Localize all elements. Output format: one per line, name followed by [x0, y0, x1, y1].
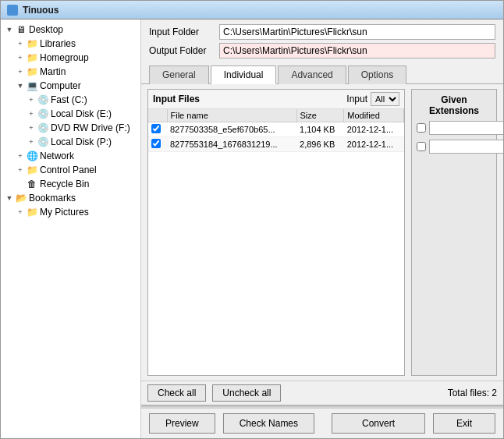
- bottom-toolbar: Preview Check Names Convert Exit: [141, 408, 503, 438]
- bookmarks-icon: 📂: [15, 192, 27, 204]
- sidebar-item-computer[interactable]: ▼ 💻 Computer: [1, 79, 140, 93]
- sidebar-label-recycle-bin: Recycle Bin: [40, 179, 89, 189]
- title-label: Tinuous: [23, 5, 59, 16]
- sidebar-item-bookmarks[interactable]: ▼ 📂 Bookmarks: [1, 191, 140, 205]
- file-table-scroll: File name Size Modified 8277503358_e5ef6…: [148, 109, 404, 375]
- expand-my-pictures[interactable]: +: [15, 207, 26, 218]
- desktop-icon: 🖥: [15, 23, 27, 36]
- control-panel-icon: 📁: [26, 164, 38, 176]
- check-all-button[interactable]: Check all: [147, 384, 206, 402]
- expand-recycle-bin[interactable]: [15, 179, 26, 189]
- file-table-header: File name Size Modified: [148, 109, 404, 122]
- sidebar-item-local-disk-p[interactable]: + 💿 Local Disk (P:): [1, 135, 140, 149]
- sidebar-label-libraries: Libraries: [40, 38, 76, 49]
- col-modified: Modified: [344, 109, 404, 122]
- tab-options[interactable]: Options: [348, 65, 406, 84]
- col-filename: File name: [167, 109, 296, 122]
- expand-network[interactable]: +: [15, 150, 26, 161]
- sidebar-item-dvd-rw-f[interactable]: + 💿 DVD RW Drive (F:): [1, 121, 140, 135]
- sidebar-label-dvd-rw-f: DVD RW Drive (F:): [51, 122, 130, 133]
- expand-local-disk-e[interactable]: +: [26, 108, 37, 119]
- drive-dvd-f-icon: 💿: [37, 122, 49, 134]
- ext-checkbox-1[interactable]: [417, 123, 426, 133]
- file-checkbox-1[interactable]: [151, 139, 161, 148]
- output-folder-row: Output Folder: [149, 43, 495, 58]
- sidebar-item-control-panel[interactable]: + 📁 Control Panel: [1, 163, 140, 177]
- file-table: File name Size Modified 8277503358_e5ef6…: [148, 109, 404, 152]
- input-filter-select[interactable]: All: [371, 92, 399, 106]
- sidebar-label-fast-c: Fast (C:): [51, 94, 87, 105]
- tabs-bar: General Individual Advanced Options: [141, 65, 503, 84]
- file-row-name-1: 8277553184_1676831219...: [167, 137, 296, 152]
- convert-button[interactable]: Convert: [332, 413, 425, 434]
- input-filter-label: Input: [346, 94, 367, 104]
- sidebar-label-desktop: Desktop: [29, 24, 63, 35]
- file-row-modified-0: 2012-12-1...: [344, 122, 404, 137]
- expand-desktop[interactable]: ▼: [4, 24, 15, 35]
- sidebar-label-local-disk-e: Local Disk (E:): [51, 108, 112, 119]
- expand-control-panel[interactable]: +: [15, 165, 26, 175]
- preview-button[interactable]: Preview: [149, 413, 215, 434]
- file-row-size-1: 2,896 KB: [296, 137, 344, 152]
- sidebar-item-my-pictures[interactable]: + 📁 My Pictures: [1, 205, 140, 219]
- table-row: 8277553184_1676831219... 2,896 KB 2012-1…: [148, 137, 404, 152]
- sidebar-item-homegroup[interactable]: + 📁 Homegroup: [1, 51, 140, 65]
- input-all-container: Input All: [346, 92, 399, 106]
- drive-local-p-icon: 💿: [37, 136, 49, 148]
- sidebar-item-network[interactable]: + 🌐 Network: [1, 149, 140, 163]
- ext-input-2[interactable]: [429, 140, 503, 154]
- file-list-header-bar: Input Files Input All: [148, 90, 404, 109]
- my-pictures-icon: 📁: [26, 206, 38, 218]
- sidebar: ▼ 🖥 Desktop + 📁 Libraries + 📁 Homegroup …: [1, 19, 141, 438]
- input-files-label: Input Files: [153, 94, 200, 104]
- sidebar-label-local-disk-p: Local Disk (P:): [51, 136, 112, 147]
- computer-icon: 💻: [26, 80, 38, 92]
- tab-general[interactable]: General: [149, 65, 209, 84]
- folder-inputs: Input Folder Output Folder: [141, 19, 503, 65]
- sidebar-item-local-disk-e[interactable]: + 💿 Local Disk (E:): [1, 107, 140, 121]
- expand-computer[interactable]: ▼: [15, 80, 26, 91]
- tab-advanced[interactable]: Advanced: [278, 65, 346, 84]
- expand-homegroup[interactable]: +: [15, 52, 26, 63]
- file-checkbox-0[interactable]: [151, 124, 161, 133]
- ext-input-1[interactable]: [429, 121, 503, 135]
- expand-martin[interactable]: +: [15, 66, 26, 77]
- expand-fast-c[interactable]: +: [26, 94, 37, 105]
- sidebar-item-fast-c[interactable]: + 💿 Fast (C:): [1, 93, 140, 107]
- ext-row-2: [417, 140, 492, 154]
- title-bar: Tinuous: [1, 1, 503, 19]
- output-folder-path[interactable]: [219, 43, 495, 58]
- main-window: Tinuous ▼ 🖥 Desktop + 📁 Libraries + 📁 Ho…: [0, 0, 504, 439]
- table-row: 8277503358_e5ef670b65... 1,104 KB 2012-1…: [148, 122, 404, 137]
- sidebar-item-recycle-bin[interactable]: 🗑 Recycle Bin: [1, 177, 140, 191]
- file-row-check-1[interactable]: [148, 137, 167, 152]
- uncheck-all-button[interactable]: Uncheck all: [212, 384, 281, 402]
- folder-libraries-icon: 📁: [26, 37, 38, 50]
- input-folder-path[interactable]: [219, 24, 495, 40]
- check-bar: Check all Uncheck all Total files: 2: [141, 381, 503, 405]
- check-names-button[interactable]: Check Names: [223, 413, 314, 434]
- exit-button[interactable]: Exit: [433, 413, 495, 434]
- network-icon: 🌐: [26, 150, 38, 162]
- file-row-check-0[interactable]: [148, 122, 167, 137]
- col-checkbox: [148, 109, 167, 122]
- sidebar-item-libraries[interactable]: + 📁 Libraries: [1, 37, 140, 51]
- tab-individual[interactable]: Individual: [211, 65, 277, 84]
- main-content: ▼ 🖥 Desktop + 📁 Libraries + 📁 Homegroup …: [1, 19, 503, 438]
- sidebar-label-control-panel: Control Panel: [40, 165, 97, 175]
- sidebar-label-bookmarks: Bookmarks: [29, 193, 76, 204]
- drive-fast-c-icon: 💿: [37, 94, 49, 106]
- expand-libraries[interactable]: +: [15, 38, 26, 49]
- expand-bookmarks[interactable]: ▼: [4, 193, 15, 204]
- folder-martin-icon: 📁: [26, 65, 38, 78]
- sidebar-label-network: Network: [40, 150, 74, 161]
- right-panel: Input Folder Output Folder General Indiv…: [141, 19, 503, 438]
- ext-checkbox-2[interactable]: [417, 142, 426, 151]
- sidebar-item-martin[interactable]: + 📁 Martin: [1, 65, 140, 79]
- file-row-modified-1: 2012-12-1...: [344, 137, 404, 152]
- sidebar-label-my-pictures: My Pictures: [40, 207, 89, 218]
- sidebar-item-desktop[interactable]: ▼ 🖥 Desktop: [1, 23, 140, 37]
- expand-dvd-rw-f[interactable]: +: [26, 122, 37, 133]
- app-icon: [7, 5, 18, 16]
- expand-local-disk-p[interactable]: +: [26, 136, 37, 147]
